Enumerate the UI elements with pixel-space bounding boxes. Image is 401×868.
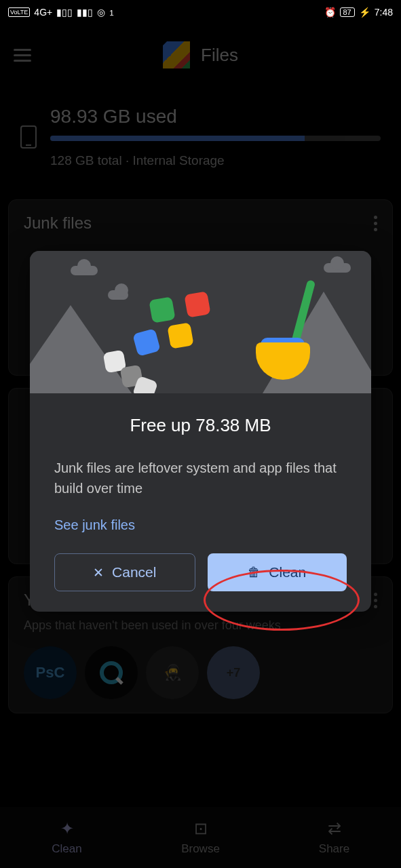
nav-browse[interactable]: ⊡ Browse — [134, 807, 267, 868]
more-apps-badge[interactable]: +7 — [207, 646, 260, 699]
signal-icon: ▮▯▯ — [56, 7, 73, 18]
sparkle-icon: ✦ — [60, 819, 74, 838]
dialog-illustration — [30, 251, 371, 393]
card-subtitle: Apps that haven't been used in over four… — [24, 616, 377, 634]
nav-share[interactable]: ⇄ Share — [267, 807, 401, 868]
storage-total: 128 GB total · Internal Storage — [50, 153, 381, 168]
app-icon[interactable]: PsC — [24, 646, 77, 699]
share-icon: ⇄ — [328, 819, 341, 838]
menu-button[interactable] — [14, 49, 31, 62]
clock: 7:48 — [375, 7, 393, 18]
more-icon[interactable] — [374, 593, 377, 608]
hotspot-icon: ◎ — [97, 7, 105, 18]
browse-icon: ⊡ — [194, 819, 208, 838]
files-app-logo — [163, 41, 190, 68]
phone-icon — [20, 125, 37, 149]
clean-button[interactable]: 🗑 Clean — [208, 553, 347, 591]
network-indicator: 4G+ — [34, 7, 52, 18]
broom-icon — [256, 278, 317, 387]
app-bar: Files — [0, 24, 401, 85]
alarm-icon: ⏰ — [324, 7, 336, 18]
charging-icon: ⚡ — [359, 7, 370, 18]
trash-icon: 🗑 — [248, 565, 261, 580]
cancel-button[interactable]: ✕ Cancel — [54, 553, 195, 591]
dialog-text: Junk files are leftover system and app f… — [54, 458, 347, 498]
storage-progress — [50, 136, 381, 141]
app-title: Files — [201, 45, 238, 66]
more-icon[interactable] — [374, 216, 377, 231]
app-icon[interactable]: 🥷 — [146, 646, 199, 699]
see-junk-files-link[interactable]: See junk files — [54, 517, 347, 533]
status-bar: VoLTE 4G+ ▮▯▯ ▮▮▯ ◎ 1 ⏰ 87 ⚡ 7:48 — [0, 0, 401, 24]
signal-icon-2: ▮▮▯ — [77, 7, 93, 18]
close-icon: ✕ — [93, 565, 104, 580]
dialog-title: Free up 78.38 MB — [54, 415, 347, 436]
storage-used: 98.93 GB used — [50, 106, 381, 127]
nav-clean[interactable]: ✦ Clean — [0, 807, 134, 868]
bottom-nav: ✦ Clean ⊡ Browse ⇄ Share — [0, 807, 401, 868]
junk-files-dialog: Free up 78.38 MB Junk files are leftover… — [30, 251, 371, 612]
volte-indicator: VoLTE — [8, 7, 30, 17]
hotspot-badge: 1 — [109, 8, 113, 17]
storage-section: 98.93 GB used 128 GB total · Internal St… — [0, 85, 401, 195]
app-icon[interactable] — [85, 646, 138, 699]
battery-indicator: 87 — [340, 7, 355, 17]
card-title: Junk files — [24, 214, 92, 233]
